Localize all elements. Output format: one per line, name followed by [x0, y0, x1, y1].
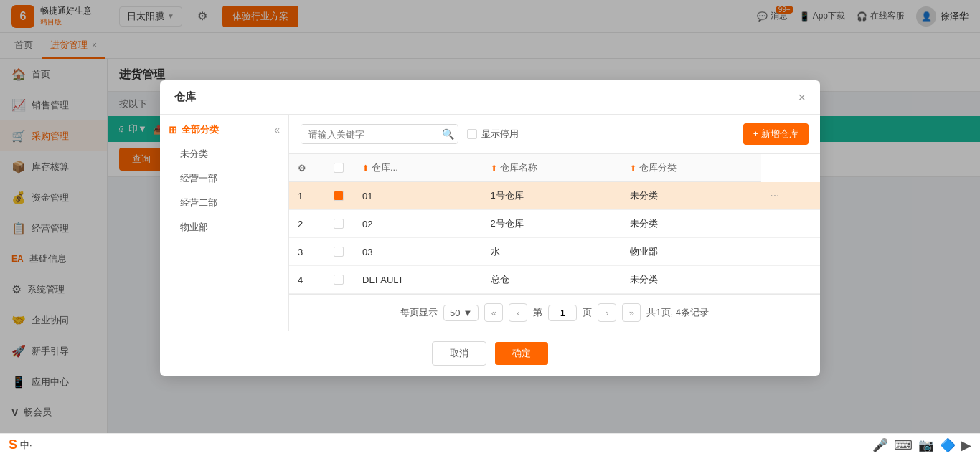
col-checkbox: [325, 154, 354, 182]
last-page-btn[interactable]: »: [622, 303, 641, 322]
row-name: 总仓: [482, 266, 622, 294]
row-category: 未分类: [621, 266, 761, 294]
page-unit: 页: [583, 306, 592, 319]
cat-item-property[interactable]: 物业部: [160, 215, 288, 239]
cat-title: ⊞ 全部分类: [169, 123, 219, 136]
settings-col-icon: ⚙: [298, 163, 306, 174]
row-checkbox[interactable]: [325, 210, 354, 238]
search-input[interactable]: [301, 125, 436, 143]
brand-logo: S 中·: [9, 437, 32, 452]
row-index: 1: [289, 182, 325, 210]
row-code: 01: [354, 182, 482, 210]
play-icon[interactable]: ▶: [961, 437, 971, 453]
add-warehouse-btn[interactable]: + 新增仓库: [743, 123, 809, 145]
table-area: 🔍 显示停用 + 新增仓库: [289, 115, 820, 331]
search-box: 🔍: [301, 124, 458, 144]
confirm-btn[interactable]: 确定: [495, 342, 548, 365]
modal-close-icon[interactable]: ×: [798, 91, 806, 104]
row-code: 02: [354, 210, 482, 238]
row-checkbox[interactable]: [325, 238, 354, 266]
row-category: 未分类: [621, 182, 761, 210]
row-actions-icon[interactable]: ···: [770, 189, 779, 201]
table-header-row: ⚙ ⬆ 仓库...: [289, 154, 820, 182]
table-row[interactable]: 4 DEFAULT 总仓 未分类: [289, 266, 820, 294]
table-row[interactable]: 1 01 1号仓库 未分类 ···: [289, 182, 820, 210]
modal-body: ⊞ 全部分类 « 未分类 经营一部 经营二部 物业部: [160, 115, 820, 331]
diamond-icon[interactable]: 🔷: [940, 437, 956, 453]
prev-page-btn[interactable]: ‹: [509, 303, 527, 322]
pagination: 每页显示 50 ▼ « ‹ 第 页 › » 共1页, 4条记录: [289, 294, 820, 331]
header-checkbox[interactable]: [334, 163, 344, 173]
row-category: 物业部: [621, 238, 761, 266]
mic-icon[interactable]: 🎤: [872, 437, 888, 453]
col-name: ⬆ 仓库名称: [482, 154, 622, 182]
table-row[interactable]: 2 02 2号仓库 未分类: [289, 210, 820, 238]
next-page-btn[interactable]: ›: [598, 303, 616, 322]
table-row[interactable]: 3 03 水 物业部: [289, 238, 820, 266]
row-name: 2号仓库: [482, 210, 622, 238]
row-checkbox[interactable]: [325, 182, 354, 210]
cat-item-ops2[interactable]: 经营二部: [160, 191, 288, 215]
bottom-bar: S 中· 🎤 ⌨ 📷 🔷 ▶: [0, 433, 980, 456]
cat-collapse-icon[interactable]: «: [274, 124, 280, 136]
cancel-btn[interactable]: 取消: [432, 341, 486, 366]
modal-footer: 取消 确定: [160, 331, 820, 376]
page-number-input[interactable]: [548, 305, 577, 321]
row-name: 水: [482, 238, 622, 266]
cat-item-ops1[interactable]: 经营一部: [160, 166, 288, 191]
per-page-chevron: ▼: [463, 308, 472, 318]
col-code: ⬆ 仓库...: [354, 154, 482, 182]
per-page-select[interactable]: 50 ▼: [443, 305, 479, 321]
cat-header: ⊞ 全部分类 «: [160, 123, 288, 142]
col-settings: ⚙: [289, 154, 325, 182]
modal-title: 仓库: [174, 90, 196, 104]
modal-header: 仓库 ×: [160, 80, 820, 115]
col-category: ⬆ 仓库分类: [621, 154, 761, 182]
modal-overlay: 仓库 × ⊞ 全部分类 « 未分类 经营一部: [0, 0, 980, 456]
row-code: DEFAULT: [354, 266, 482, 294]
cat-item-uncategorized[interactable]: 未分类: [160, 142, 288, 166]
sort-icon-name: ⬆: [491, 163, 497, 173]
show-disabled-checkbox[interactable]: 显示停用: [467, 128, 519, 141]
row-code: 03: [354, 238, 482, 266]
category-panel: ⊞ 全部分类 « 未分类 经营一部 经营二部 物业部: [160, 115, 289, 331]
grid-icon: ⊞: [169, 124, 177, 136]
warehouse-modal: 仓库 × ⊞ 全部分类 « 未分类 经营一部: [160, 80, 820, 376]
row-index: 2: [289, 210, 325, 238]
row-index: 3: [289, 238, 325, 266]
first-page-btn[interactable]: «: [484, 303, 503, 322]
row-name: 1号仓库: [482, 182, 622, 210]
page-label: 第: [533, 306, 542, 319]
table-toolbar: 🔍 显示停用 + 新增仓库: [289, 115, 820, 153]
disabled-checkbox[interactable]: [467, 129, 477, 139]
total-records: 共1页, 4条记录: [646, 306, 709, 319]
search-button[interactable]: 🔍: [436, 125, 458, 143]
row-checkbox[interactable]: [325, 266, 354, 294]
keyboard-icon[interactable]: ⌨: [894, 437, 913, 453]
row-category: 未分类: [621, 210, 761, 238]
row-index: 4: [289, 266, 325, 294]
sort-icon-cat: ⬆: [630, 163, 636, 173]
camera-icon[interactable]: 📷: [918, 437, 934, 453]
data-table: ⚙ ⬆ 仓库...: [289, 153, 820, 294]
per-page-label: 每页显示: [400, 306, 438, 319]
sort-icon: ⬆: [362, 163, 369, 173]
